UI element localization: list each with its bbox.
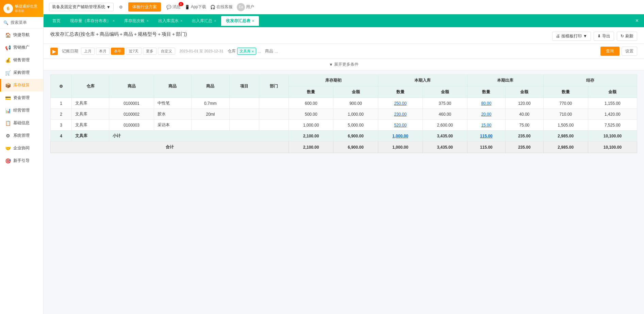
warehouse-tag[interactable]: 文具库 × [237,48,256,55]
sidebar-item-operation[interactable]: 📊经营管理 [0,104,43,117]
row-code: 0100001 [109,98,154,109]
expand-more-button[interactable]: ▼ 展开更多条件 [50,60,637,69]
col-out: 本期出库 [467,75,544,86]
tab-[interactable]: 首页 [48,16,65,26]
warehouse-tag-close-icon[interactable]: × [252,49,254,53]
page-title: 收发存汇总表(按仓库＋商品编码＋商品＋规格型号＋项目＋部门) [50,31,187,37]
row-out-qty[interactable]: 15.00 [467,120,506,131]
system-selector[interactable]: 装备及固定资产辅助管理系统 ▼ [49,3,114,11]
tab-[interactable]: 收发存汇总表× [221,16,259,26]
sub-close-amt: 10,100.00 [588,131,637,142]
sidebar-item-sales[interactable]: 💰销售管理 [0,54,43,66]
nav-icon: 🎯 [5,158,11,164]
sidebar-item-base-info[interactable]: 📋基础信息 [0,117,43,129]
row-in-qty[interactable]: 520.00 [378,120,423,131]
table-row: 3 文具库 0100003 采访本 1,000.00 5,000.00 520.… [51,120,637,131]
row-in-qty[interactable]: 230.00 [378,109,423,120]
date-option-自定义[interactable]: 自定义 [158,48,175,55]
filter-expand-button[interactable]: ▶ [50,48,58,55]
date-option-近7天[interactable]: 近7天 [126,48,142,55]
message-action[interactable]: 💬 消息 6 [166,4,181,10]
gear-icon[interactable]: ⚙ [119,5,123,10]
warehouse-tag-text: 文具库 [240,49,251,54]
print-button[interactable]: 🖨 按模板打印 ▼ [552,32,591,41]
nav-icon: 📊 [5,108,11,113]
sidebar-item-quick-nav[interactable]: 🏠快捷导航 [0,29,43,41]
sub-out-qty[interactable]: 115.00 [467,131,506,142]
date-option-本年[interactable]: 本年 [111,48,125,55]
total-close-amt: 10,100.00 [588,142,637,153]
nav-icon: 💳 [5,95,11,101]
user-action[interactable]: Ea 用户 [237,3,254,11]
tab-[interactable]: 现存量（库存分布表）× [65,16,119,26]
col-in-amt: 金额 [423,86,467,98]
row-in-amt: 375.00 [423,98,467,109]
warehouse-more[interactable]: ... [258,49,261,54]
total-open-amt: 6,900.00 [333,142,378,153]
tab-bar: 首页现存量（库存分布表）×库存批次账×出入库流水×出入库汇总×收发存汇总表×× [44,14,644,27]
goods-more[interactable]: ... [275,49,278,54]
date-filter-label: 记账日期 [62,48,78,54]
main-area: 装备及固定资产辅助管理系统 ▼ ⚙ 体验行业方案 💬 消息 6 📱 App下载 … [44,0,644,314]
row-close-amt: 1,155.00 [588,98,637,109]
sidebar-item-enterprise[interactable]: 🤝企业协同 [0,142,43,154]
row-out-qty[interactable]: 80.00 [467,98,506,109]
sub-open-qty: 2,100.00 [289,131,333,142]
export-label: 导出 [602,33,610,39]
row-num: 2 [51,109,72,120]
sidebar-search-label: 搜索菜单 [11,20,27,26]
date-option-本月[interactable]: 本月 [96,48,110,55]
settings-button[interactable]: 设置 [622,47,637,56]
tab-close-icon[interactable]: × [214,19,216,23]
row-code: 0100002 [109,109,154,120]
refresh-button[interactable]: ↻ 刷新 [617,32,637,41]
app-download-action[interactable]: 📱 App下载 [185,4,206,10]
try-industry-button[interactable]: 体验行业方案 [128,2,161,12]
page-header: 收发存汇总表(按仓库＋商品编码＋商品＋规格型号＋项目＋部门) 🖨 按模板打印 ▼… [44,27,644,44]
sidebar-item-marketing[interactable]: 📢营销推广 [0,41,43,54]
tab-close-icon[interactable]: × [180,19,182,23]
tab-close-icon[interactable]: × [146,19,148,23]
row-in-qty[interactable]: 250.00 [378,98,423,109]
row-project [229,98,259,109]
date-option-上月[interactable]: 上月 [81,48,95,55]
col-settings[interactable]: ⚙ [51,75,72,98]
table-settings-icon[interactable]: ⚙ [59,84,63,89]
tab-[interactable]: 库存批次账× [119,16,153,26]
sidebar-item-system[interactable]: ⚙系统管理 [0,129,43,142]
sidebar: 6 畅捷通好生意 标准版 🔍 搜索菜单 🏠快捷导航📢营销推广💰销售管理🛒采购管理… [0,0,44,314]
sidebar-item-inventory[interactable]: 📦库存核算 [0,79,43,92]
tab-[interactable]: 出入库汇总× [187,16,221,26]
sidebar-item-purchase[interactable]: 🛒采购管理 [0,66,43,79]
row-project [229,120,259,131]
col-close-amt: 金额 [588,86,637,98]
sub-open-amt: 6,900.00 [333,131,378,142]
tab-label: 现存量（库存分布表） [70,18,111,24]
col-project: 项目 [229,75,259,98]
tab-close-icon[interactable]: × [252,19,254,23]
nav-icon: 🏠 [5,32,11,38]
sub-in-qty[interactable]: 1,000.00 [378,131,423,142]
row-out-qty[interactable]: 20.00 [467,109,506,120]
col-open-amt: 金额 [333,86,378,98]
online-service-action[interactable]: 🎧 在线客服 [210,4,233,10]
sidebar-item-finance[interactable]: 💳资金管理 [0,92,43,104]
tab-close-icon[interactable]: × [113,19,115,23]
sidebar-item-newbie[interactable]: 🎯新手引导 [0,154,43,167]
sidebar-item-label: 资金管理 [13,95,30,101]
sidebar-item-label: 企业协同 [13,145,30,151]
nav-icon: 💰 [5,57,11,63]
tab-label: 收发存汇总表 [226,18,250,24]
col-warehouse: 仓库 [72,75,109,98]
row-dept [259,109,289,120]
export-button[interactable]: ⬇ 导出 [594,32,614,41]
tab-[interactable]: 出入库流水× [153,16,187,26]
close-all-tabs-button[interactable]: × [634,18,640,24]
col-close-qty: 数量 [543,86,588,98]
filter-bar: ▶ 记账日期 上月本月本年近7天更多自定义 2023-01-01 至 2023-… [44,44,644,59]
date-option-更多[interactable]: 更多 [143,48,156,55]
sidebar-search[interactable]: 🔍 搜索菜单 [0,17,43,29]
query-button[interactable]: 查询 [600,47,620,56]
sidebar-item-label: 系统管理 [13,133,30,138]
goods-filter: 商品 ... [265,48,278,54]
